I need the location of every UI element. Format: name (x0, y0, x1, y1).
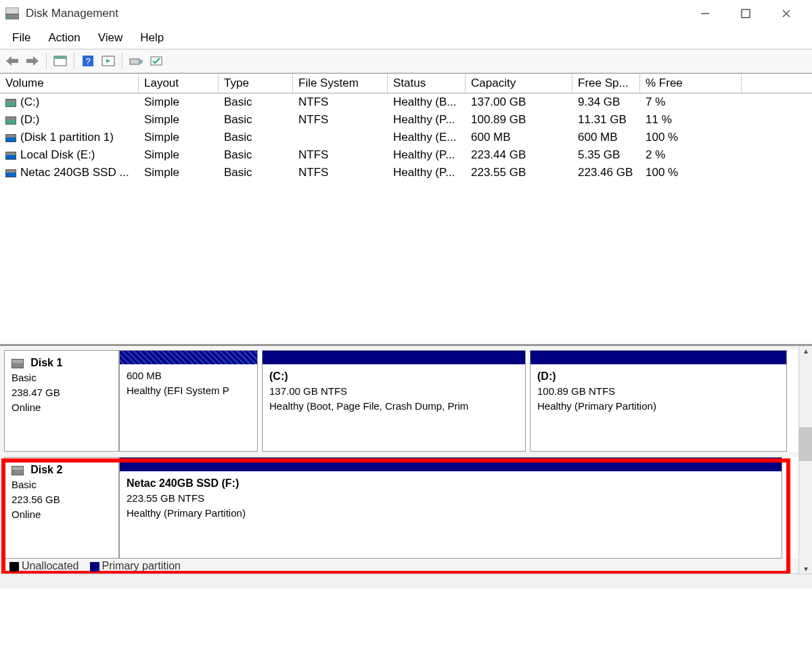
cell-status: Healthy (P... (388, 112, 466, 127)
partition-f[interactable]: Netac 240GB SSD (F:) 223.55 GB NTFS Heal… (119, 457, 782, 559)
legend-unallocated: Unallocated (22, 560, 79, 572)
cell-free: 5.35 GB (572, 148, 640, 163)
settings-icon[interactable] (128, 53, 144, 69)
disk-size: 238.47 GB (12, 387, 60, 398)
partition-d[interactable]: (D:) 100.89 GB NTFS Healthy (Primary Par… (530, 350, 787, 452)
properties-icon[interactable] (148, 53, 164, 69)
col-type[interactable]: Type (219, 74, 293, 93)
cell-volume: Local Disk (E:) (20, 148, 95, 161)
col-free[interactable]: Free Sp... (572, 74, 640, 93)
menu-action[interactable]: Action (40, 28, 88, 47)
part-status: Healthy (Primary Partition) (127, 506, 775, 521)
scroll-thumb[interactable] (799, 427, 812, 461)
cell-type: Basic (219, 112, 293, 127)
show-hide-console-icon[interactable] (52, 53, 68, 69)
cell-pct: 11 % (640, 112, 742, 127)
cell-type: Basic (219, 165, 293, 180)
col-fs[interactable]: File System (293, 74, 388, 93)
cell-fs: NTFS (293, 148, 388, 163)
table-row[interactable]: (D:)SimpleBasicNTFSHealthy (P...100.89 G… (0, 111, 812, 129)
col-spacer (742, 74, 812, 93)
cell-capacity: 223.44 GB (466, 148, 572, 163)
scrollbar[interactable]: ▴ ▾ (798, 346, 812, 574)
forward-button[interactable] (24, 53, 41, 69)
scroll-up-icon[interactable]: ▴ (804, 346, 808, 356)
disk-type: Basic (12, 372, 37, 383)
volume-icon (5, 152, 16, 160)
disk-info-1[interactable]: Disk 1 Basic 238.47 GB Online (4, 350, 119, 452)
part-size: 600 MB (127, 368, 250, 383)
part-status: Healthy (Boot, Page File, Crash Dump, Pr… (269, 399, 518, 414)
back-button[interactable] (4, 53, 20, 69)
disk-icon (12, 359, 24, 368)
graphical-view: Disk 1 Basic 238.47 GB Online 600 MB Hea… (0, 345, 812, 588)
cell-layout: Simple (139, 112, 219, 127)
col-cap[interactable]: Capacity (466, 74, 572, 93)
titlebar: Disk Management (0, 0, 812, 27)
cell-type: Basic (219, 130, 293, 145)
cell-capacity: 100.89 GB (466, 112, 572, 127)
cell-volume: Netac 240GB SSD ... (20, 166, 129, 179)
volume-list: Volume Layout Type File System Status Ca… (0, 73, 812, 345)
menu-help[interactable]: Help (132, 28, 172, 47)
partition-bar (120, 458, 782, 471)
svg-point-16 (139, 60, 143, 64)
menu-file[interactable]: File (4, 28, 39, 47)
window-title: Disk Management (26, 7, 118, 20)
cell-status: Healthy (P... (388, 165, 466, 180)
maximize-icon[interactable] (739, 7, 752, 20)
col-volume[interactable]: Volume (0, 74, 139, 93)
cell-pct: 7 % (640, 95, 742, 110)
menubar: File Action View Help (0, 27, 812, 49)
menu-view[interactable]: View (90, 28, 131, 47)
cell-free: 223.46 GB (572, 165, 640, 180)
part-status: Healthy (EFI System P (127, 383, 250, 398)
cell-free: 11.31 GB (572, 112, 640, 127)
swatch-primary (90, 562, 99, 572)
table-row[interactable]: (C:)SimpleBasicNTFSHealthy (B...137.00 G… (0, 93, 812, 111)
svg-text:?: ? (85, 56, 90, 66)
cell-free: 600 MB (572, 130, 640, 145)
help-icon[interactable]: ? (80, 53, 96, 69)
svg-rect-2 (7, 16, 9, 18)
partition-bar (120, 351, 257, 364)
legend-primary: Primary partition (102, 560, 181, 572)
partition-efi[interactable]: 600 MB Healthy (EFI System P (119, 350, 258, 452)
volume-list-body[interactable]: (C:)SimpleBasicNTFSHealthy (B...137.00 G… (0, 93, 812, 344)
toolbar: ? (0, 49, 812, 73)
table-row[interactable]: Netac 240GB SSD ...SimpleBasicNTFSHealth… (0, 164, 812, 181)
cell-capacity: 600 MB (466, 130, 572, 145)
disk-size: 223.56 GB (12, 494, 60, 505)
disk-type: Basic (12, 479, 37, 490)
cell-fs (293, 130, 388, 145)
disk-label: Disk 2 (30, 464, 62, 475)
swatch-unallocated (9, 562, 19, 572)
cell-layout: Simple (139, 130, 219, 145)
cell-free: 9.34 GB (572, 95, 640, 110)
close-icon[interactable] (780, 7, 793, 20)
minimize-icon[interactable] (698, 7, 712, 20)
refresh-icon[interactable] (100, 53, 116, 69)
col-pct[interactable]: % Free (640, 74, 742, 93)
cell-layout: Simple (139, 95, 219, 110)
cell-layout: Simple (139, 165, 219, 180)
disk-state: Online (12, 509, 41, 520)
disk-icon (12, 466, 24, 475)
disk-row-2[interactable]: Disk 2 Basic 223.56 GB Online Netac 240G… (4, 457, 808, 559)
cell-fs: NTFS (293, 112, 388, 127)
partition-c[interactable]: (C:) 137.00 GB NTFS Healthy (Boot, Page … (262, 350, 526, 452)
app-icon (5, 7, 19, 20)
col-layout[interactable]: Layout (139, 74, 219, 93)
disk-row-1[interactable]: Disk 1 Basic 238.47 GB Online 600 MB Hea… (4, 350, 808, 452)
svg-rect-10 (54, 56, 66, 59)
scroll-down-icon[interactable]: ▾ (804, 564, 808, 574)
disk-info-2[interactable]: Disk 2 Basic 223.56 GB Online (4, 457, 119, 559)
legend: Unallocated Primary partition (9, 560, 181, 572)
cell-volume: (Disk 1 partition 1) (20, 131, 114, 144)
cell-fs: NTFS (293, 165, 388, 180)
cell-fs: NTFS (293, 95, 388, 110)
table-row[interactable]: (Disk 1 partition 1)SimpleBasicHealthy (… (0, 129, 812, 146)
svg-rect-15 (130, 59, 139, 64)
col-status[interactable]: Status (388, 74, 466, 93)
table-row[interactable]: Local Disk (E:)SimpleBasicNTFSHealthy (P… (0, 146, 812, 164)
